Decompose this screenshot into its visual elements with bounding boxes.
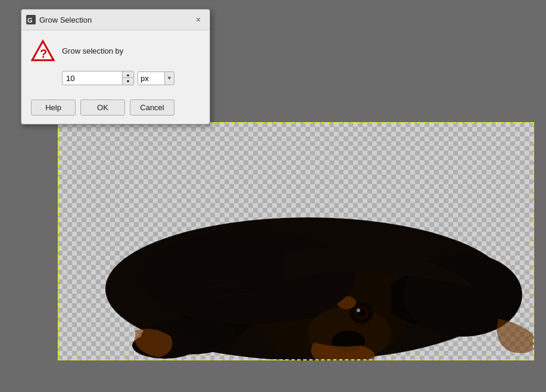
dialog-title: Grow Selection — [39, 15, 92, 24]
canvas-image-container — [58, 122, 534, 360]
dog-image — [58, 122, 534, 360]
grow-amount-input[interactable] — [63, 71, 122, 85]
grow-selection-dialog: G Grow Selection × ? Grow selection by ▲… — [21, 9, 210, 125]
help-button[interactable]: Help — [31, 99, 76, 116]
dialog-body: ? Grow selection by ▲ ▼ px in mm — [21, 30, 210, 94]
ok-button[interactable]: OK — [80, 99, 125, 116]
spinner-down-button[interactable]: ▼ — [123, 78, 133, 85]
dialog-buttons: Help OK Cancel — [21, 94, 210, 124]
unit-dropdown-arrow: ▼ — [164, 72, 174, 85]
unit-select[interactable]: px in mm — [138, 72, 164, 85]
svg-text:?: ? — [40, 47, 47, 60]
label-row: ? Grow selection by — [31, 39, 200, 63]
svg-point-14 — [141, 229, 355, 325]
titlebar-left: G Grow Selection — [26, 15, 92, 24]
grow-selection-label: Grow selection by — [62, 46, 123, 55]
spinner-up-button[interactable]: ▲ — [123, 71, 133, 78]
gimp-icon: G — [26, 15, 36, 24]
svg-text:G: G — [27, 17, 33, 24]
close-button[interactable]: × — [192, 13, 205, 26]
input-row: ▲ ▼ px in mm ▼ — [31, 71, 200, 85]
spinner-buttons: ▲ ▼ — [122, 71, 133, 85]
dialog-titlebar: G Grow Selection × — [21, 10, 210, 30]
svg-point-11 — [357, 309, 360, 312]
unit-select-wrapper: px in mm ▼ — [138, 71, 174, 85]
warning-icon: ? — [31, 39, 55, 63]
cancel-button[interactable]: Cancel — [130, 99, 174, 116]
number-input-wrapper: ▲ ▼ — [62, 71, 134, 85]
